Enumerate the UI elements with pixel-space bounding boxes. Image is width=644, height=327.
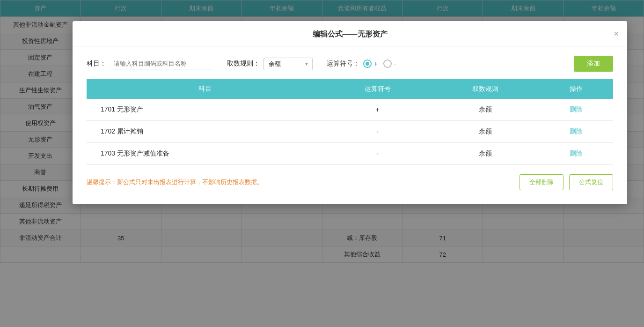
formula-rule: 余额 — [432, 143, 540, 165]
delete-link[interactable]: 删除 — [570, 105, 583, 113]
formula-action: 删除 — [540, 99, 613, 121]
formula-row: 1702 累计摊销-余额删除 — [87, 121, 613, 143]
form-row: 科目： 取数规则： 余额 借方 贷方 借方发生额 贷方发生额 ▼ 运算符号： — [73, 46, 627, 79]
formula-operator: - — [323, 121, 432, 143]
formula-subject: 1703 无形资产减值准备 — [87, 143, 323, 165]
table-header-rule: 取数规则 — [432, 79, 540, 99]
rule-select[interactable]: 余额 借方 贷方 借方发生额 贷方发生额 — [263, 58, 313, 70]
table-header-action: 操作 — [540, 79, 613, 99]
operator-label: 运算符号： — [327, 59, 359, 68]
tip-text: 温馨提示：新公式只对未出报表进行计算，不影响历史报表数据。 — [87, 178, 263, 186]
operator-plus-option[interactable]: + — [363, 59, 378, 68]
formula-subject: 1702 累计摊销 — [87, 121, 323, 143]
operator-minus-label: - — [394, 60, 396, 67]
formula-table: 科目 运算符号 取数规则 操作 1701 无形资产+余额删除1702 累计摊销-… — [87, 79, 613, 165]
formula-subject: 1701 无形资产 — [87, 99, 323, 121]
formula-row: 1703 无形资产减值准备-余额删除 — [87, 143, 613, 165]
radio-minus-circle — [383, 59, 392, 68]
formula-row: 1701 无形资产+余额删除 — [87, 99, 613, 121]
subject-input[interactable] — [110, 58, 213, 69]
edit-formula-modal: 编辑公式——无形资产 × 科目： 取数规则： 余额 借方 贷方 借方发生额 贷方… — [73, 21, 627, 204]
modal-footer: 温馨提示：新公式只对未出报表进行计算，不影响历史报表数据。 全部删除 公式复位 — [73, 165, 627, 190]
formula-rule: 余额 — [432, 121, 540, 143]
operator-radio-group: + - — [363, 59, 396, 68]
add-button[interactable]: 添加 — [574, 56, 613, 72]
operator-plus-label: + — [374, 60, 378, 67]
formula-rule: 余额 — [432, 99, 540, 121]
formula-operator: + — [323, 99, 432, 121]
subject-group: 科目： — [87, 58, 213, 69]
formula-action: 删除 — [540, 121, 613, 143]
operator-group: 运算符号： + - — [327, 59, 396, 68]
footer-buttons: 全部删除 公式复位 — [520, 174, 613, 190]
delete-link[interactable]: 删除 — [570, 127, 583, 135]
operator-minus-option[interactable]: - — [383, 59, 396, 68]
subject-label: 科目： — [87, 59, 106, 68]
reset-button[interactable]: 公式复位 — [569, 174, 613, 190]
delete-all-button[interactable]: 全部删除 — [520, 174, 564, 190]
delete-link[interactable]: 删除 — [570, 149, 583, 157]
rule-group: 取数规则： 余额 借方 贷方 借方发生额 贷方发生额 ▼ — [227, 58, 313, 70]
modal-header: 编辑公式——无形资产 × — [73, 21, 627, 46]
data-table-wrapper: 科目 运算符号 取数规则 操作 1701 无形资产+余额删除1702 累计摊销-… — [73, 79, 627, 165]
formula-action: 删除 — [540, 143, 613, 165]
formula-operator: - — [323, 143, 432, 165]
radio-plus-circle — [363, 59, 372, 68]
table-header-subject: 科目 — [87, 79, 323, 99]
modal-title: 编辑公式——无形资产 — [313, 30, 388, 39]
rule-label: 取数规则： — [227, 59, 260, 68]
rule-select-wrapper: 余额 借方 贷方 借方发生额 贷方发生额 ▼ — [263, 58, 313, 70]
modal-close-button[interactable]: × — [614, 30, 619, 38]
table-header-operator: 运算符号 — [323, 79, 432, 99]
